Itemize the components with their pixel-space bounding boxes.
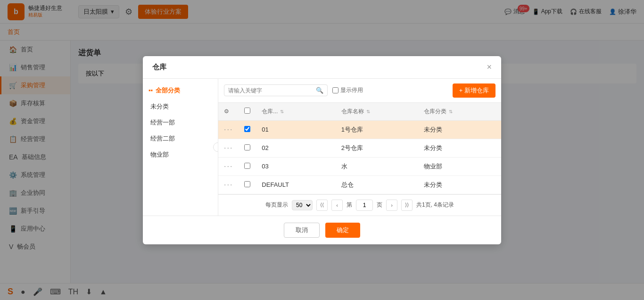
- total-info: 共1页, 4条记录: [416, 201, 454, 209]
- show-disabled-label[interactable]: 显示停用: [332, 86, 363, 94]
- td-actions: ···: [218, 120, 239, 139]
- pagination-bar: 每页显示 50 ⟨⟨ ‹ 第 页 › ⟩⟩ 共1页, 4条记录: [218, 194, 501, 216]
- sort-code-icon: ⇅: [280, 109, 284, 114]
- td-name: 水: [336, 157, 419, 175]
- modal-footer: 取消 确定: [143, 216, 501, 244]
- search-wrap: 🔍: [224, 84, 328, 96]
- modal-header: 仓库 ×: [143, 56, 501, 79]
- table-toolbar: 🔍 显示停用 + 新增仓库: [218, 79, 501, 103]
- category-item-ops2[interactable]: 经营二部: [143, 131, 218, 147]
- td-code: 01: [256, 120, 335, 139]
- prev-page-button[interactable]: ‹: [331, 200, 343, 211]
- row-checkbox[interactable]: [244, 163, 250, 169]
- page-suffix: 页: [377, 201, 382, 209]
- table-header: ⚙ 仓库... ⇅: [218, 103, 501, 121]
- table-row[interactable]: ··· 03 水 物业部: [218, 157, 501, 175]
- category-panel: ▪▪ 全部分类 未分类 经营一部 经营二部 物业部 《: [143, 79, 218, 216]
- add-warehouse-button[interactable]: + 新增仓库: [453, 83, 495, 98]
- category-item-property[interactable]: 物业部: [143, 147, 218, 163]
- td-actions: ···: [218, 139, 239, 157]
- sort-category-icon: ⇅: [449, 109, 453, 114]
- table-row[interactable]: ··· 01 1号仓库 未分类: [218, 120, 501, 139]
- confirm-button[interactable]: 确定: [325, 223, 360, 238]
- td-name: 2号仓库: [336, 139, 419, 157]
- modal-body: ▪▪ 全部分类 未分类 经营一部 经营二部 物业部 《 🔍: [143, 79, 501, 216]
- td-category: 未分类: [418, 120, 501, 139]
- modal-overlay: 仓库 × ▪▪ 全部分类 未分类 经营一部 经营二部 物业部 《: [0, 0, 644, 300]
- sort-name-icon: ⇅: [366, 109, 370, 114]
- td-actions: ···: [218, 157, 239, 175]
- th-category[interactable]: 仓库分类 ⇅: [418, 103, 501, 121]
- td-code: 03: [256, 157, 335, 175]
- warehouse-modal: 仓库 × ▪▪ 全部分类 未分类 经营一部 经营二部 物业部 《: [143, 56, 501, 244]
- th-settings: ⚙: [218, 103, 239, 121]
- td-category: 未分类: [418, 175, 501, 194]
- first-page-button[interactable]: ⟨⟨: [316, 200, 328, 211]
- td-checkbox: [239, 175, 256, 194]
- td-category: 物业部: [418, 157, 501, 175]
- cancel-button[interactable]: 取消: [284, 223, 320, 238]
- row-checkbox[interactable]: [244, 144, 250, 150]
- page-number-input[interactable]: [356, 200, 373, 211]
- th-name[interactable]: 仓库名称 ⇅: [336, 103, 419, 121]
- table-panel: 🔍 显示停用 + 新增仓库 ⚙: [218, 79, 501, 216]
- td-code: DEFAULT: [256, 175, 335, 194]
- table-row[interactable]: ··· DEFAULT 总仓 未分类: [218, 175, 501, 194]
- category-item-ops1[interactable]: 经营一部: [143, 115, 218, 131]
- th-code[interactable]: 仓库... ⇅: [256, 103, 335, 121]
- table-body: ··· 01 1号仓库 未分类 ··· 02 2号仓库: [218, 120, 501, 194]
- td-name: 总仓: [336, 175, 419, 194]
- last-page-button[interactable]: ⟩⟩: [401, 200, 413, 211]
- page-prefix: 第: [347, 201, 352, 209]
- modal-close-button[interactable]: ×: [487, 63, 492, 71]
- table-row[interactable]: ··· 02 2号仓库 未分类: [218, 139, 501, 157]
- next-page-button[interactable]: ›: [386, 200, 397, 211]
- row-checkbox[interactable]: [244, 126, 250, 132]
- per-page-label: 每页显示: [265, 201, 288, 209]
- row-checkbox[interactable]: [244, 181, 250, 187]
- td-name: 1号仓库: [336, 120, 419, 139]
- category-grid-icon: ▪▪: [149, 87, 153, 94]
- category-item-unclassified[interactable]: 未分类: [143, 99, 218, 115]
- per-page-select[interactable]: 50: [292, 200, 313, 210]
- td-checkbox: [239, 120, 256, 139]
- td-category: 未分类: [418, 139, 501, 157]
- td-checkbox: [239, 157, 256, 175]
- select-all-checkbox[interactable]: [244, 108, 250, 114]
- show-disabled-checkbox[interactable]: [332, 87, 339, 93]
- td-code: 02: [256, 139, 335, 157]
- td-actions: ···: [218, 175, 239, 194]
- data-table: ⚙ 仓库... ⇅: [218, 103, 501, 194]
- td-checkbox: [239, 139, 256, 157]
- th-checkbox: [239, 103, 256, 121]
- search-input[interactable]: [228, 87, 314, 94]
- modal-title: 仓库: [152, 63, 166, 72]
- search-icon: 🔍: [316, 87, 323, 94]
- warehouse-table: ⚙ 仓库... ⇅: [218, 103, 501, 194]
- category-all[interactable]: ▪▪ 全部分类: [143, 83, 218, 99]
